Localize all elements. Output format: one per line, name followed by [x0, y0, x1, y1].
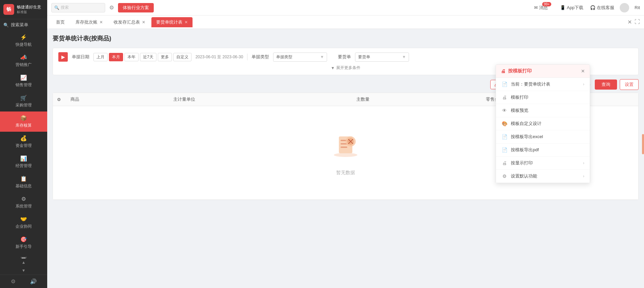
dropdown-export-excel-left: 📄 按模板导出excel	[501, 134, 543, 140]
display-print-arrow: ›	[583, 161, 584, 165]
topbar-search-icon: 🔍	[54, 5, 59, 10]
sidebar-item-marketing[interactable]: 📣 营销推广	[0, 51, 47, 71]
sidebar-scroll-up[interactable]: ▲	[0, 258, 47, 266]
sidebar-item-apps[interactable]: 🔲 应用中心	[0, 253, 47, 258]
quick-nav-icon: ⚡	[20, 34, 27, 40]
date-current-year[interactable]: 本年	[124, 53, 139, 61]
th-unit: 主计量单位	[169, 93, 352, 106]
app-download-label: App下载	[567, 5, 583, 11]
service-icon: 🎧	[590, 5, 595, 10]
sidebar-item-label: 资金管理	[16, 143, 32, 149]
dropdown-template-print[interactable]: 🖨 模板打印	[496, 91, 590, 104]
expand-window-icon[interactable]: ⛶	[635, 19, 640, 25]
sidebar-item-operations[interactable]: 📊 经营管理	[0, 152, 47, 172]
dropdown-export-pdf[interactable]: 📄 按模板导出pdf	[496, 143, 590, 157]
type-filter-select[interactable]: 单据类型 ▼	[273, 53, 327, 62]
date-buttons: 上月 本月 本年 近7天 更多 自定义	[93, 53, 192, 61]
sidebar-item-finance[interactable]: 💰 资金管理	[0, 132, 47, 152]
dropdown-header: 🖨 按模板打印 ✕	[496, 65, 590, 78]
window-controls: ✕ ⛶	[627, 19, 640, 25]
search-icon: 🔍	[3, 23, 9, 28]
main-content: 要货单统计表(按商品) ▶ 单据日期 上月 本月 本年 近7天 更多 自定义 2…	[47, 29, 644, 288]
app-download[interactable]: 📱 App下载	[560, 5, 583, 11]
set-default-icon: ⚙	[501, 173, 507, 179]
marketing-icon: 📣	[20, 54, 27, 61]
sidebar-item-sales[interactable]: 📈 销售管理	[0, 71, 47, 91]
dropdown-template-preview[interactable]: 👁 模板预览	[496, 104, 590, 117]
topbar: 🔍 搜索 ⚙ 体验行业方案 ✉ 消息 99+ 📱 App下载 🎧 在线客服 Ri…	[47, 0, 644, 15]
page-title: 要货单统计表(按商品)	[53, 34, 639, 42]
dropdown-set-default[interactable]: ⚙ 设置默认功能 ›	[496, 170, 590, 183]
message-icon: ✉	[534, 5, 538, 10]
close-window-icon[interactable]: ✕	[627, 19, 632, 25]
message-count: 99+	[542, 2, 551, 6]
topbar-search-text: 搜索	[61, 5, 69, 10]
template-print-icon: 🖨	[501, 95, 507, 100]
filter-row: ▶ 单据日期 上月 本月 本年 近7天 更多 自定义 2023-06-01 至 …	[58, 52, 633, 62]
filter-expand-icon[interactable]: ▶	[58, 52, 68, 62]
tab-inventory-batch-close[interactable]: ✕	[99, 20, 103, 25]
date-current-month[interactable]: 本月	[109, 53, 123, 61]
footer-sound-icon[interactable]: 🔊	[30, 278, 37, 285]
username[interactable]: Rit	[635, 5, 640, 10]
th-settings[interactable]: ⚙	[53, 93, 66, 106]
empty-illustration	[329, 130, 362, 166]
tab-home-label: 首页	[56, 19, 65, 25]
sidebar-item-label: 基础信息	[16, 183, 32, 189]
order-type-select[interactable]: 要货单 ▼	[355, 53, 409, 62]
query-btn[interactable]: 查询	[595, 79, 617, 90]
sidebar-item-purchase[interactable]: 🛒 采购管理	[0, 91, 47, 111]
dropdown-template-print-label: 模板打印	[511, 94, 528, 100]
sidebar-item-inventory[interactable]: 📦 库存核算	[0, 111, 47, 132]
sidebar-item-collab[interactable]: 🤝 企业协同	[0, 213, 47, 233]
topbar-settings-icon[interactable]: ⚙	[109, 4, 114, 11]
tab-inventory-batch[interactable]: 库存批次账 ✕	[71, 17, 108, 27]
sidebar-item-system[interactable]: ⚙ 系统管理	[0, 192, 47, 213]
topbar-search[interactable]: 🔍 搜索	[51, 3, 105, 12]
dropdown-close-icon[interactable]: ✕	[581, 68, 585, 74]
expand-label: 展开更多条件	[336, 65, 360, 71]
tab-receipt-summary-close[interactable]: ✕	[142, 20, 145, 25]
tab-receipt-summary[interactable]: 收发存汇总表 ✕	[109, 17, 150, 27]
online-service[interactable]: 🎧 在线客服	[590, 5, 614, 11]
date-custom[interactable]: 自定义	[173, 53, 192, 61]
tab-home[interactable]: 首页	[51, 17, 69, 27]
main-area: 🔍 搜索 ⚙ 体验行业方案 ✉ 消息 99+ 📱 App下载 🎧 在线客服 Ri…	[47, 0, 644, 288]
empty-text: 暂无数据	[336, 170, 355, 176]
sidebar-nav: ⚡ 快捷导航 📣 营销推广 📈 销售管理 🛒 采购管理 📦 库存核算 💰 资金管…	[0, 31, 47, 258]
dropdown-current-template[interactable]: 📄 当前：要货单统计表 ›	[496, 78, 590, 91]
sidebar-item-label: 经营管理	[16, 163, 32, 169]
dropdown-set-default-label: 设置默认功能	[511, 173, 537, 179]
template-design-icon: 🎨	[501, 121, 507, 126]
date-more[interactable]: 更多	[158, 53, 172, 61]
export-pdf-icon: 📄	[501, 147, 507, 153]
message-badge[interactable]: ✉ 消息 99+	[534, 5, 548, 11]
dropdown-export-excel[interactable]: 📄 按模板导出excel	[496, 130, 590, 143]
dropdown-set-default-left: ⚙ 设置默认功能	[501, 173, 537, 179]
empty-svg	[329, 130, 362, 160]
industry-btn[interactable]: 体验行业方案	[118, 3, 154, 12]
dropdown-current-label: 当前：要货单统计表	[511, 81, 550, 87]
settings-btn[interactable]: 设置	[620, 79, 639, 90]
dropdown-export-pdf-label: 按模板导出pdf	[511, 147, 539, 153]
filter-divider	[247, 54, 247, 60]
sidebar-item-quick-nav[interactable]: ⚡ 快捷导航	[0, 31, 47, 51]
right-scrollbar[interactable]	[642, 134, 644, 154]
print-dropdown: 🖨 按模板打印 ✕ 📄 当前：要货单统计表 › 🖨 模板打印	[496, 64, 590, 183]
dropdown-template-design[interactable]: 🎨 模板自定义设计	[496, 117, 590, 130]
sidebar-scroll-down[interactable]: ▼	[0, 266, 47, 275]
date-last7[interactable]: 近7天	[140, 53, 156, 61]
sidebar-item-basic[interactable]: 📋 基础信息	[0, 172, 47, 192]
column-settings-icon[interactable]: ⚙	[57, 97, 61, 102]
type-filter-label: 单据类型	[252, 54, 269, 60]
template-preview-icon: 👁	[501, 108, 507, 113]
tab-order-stats-close[interactable]: ✕	[184, 20, 188, 25]
order-type-arrow: ▼	[402, 55, 406, 59]
dropdown-display-print[interactable]: 🖨 按显示打印 ›	[496, 157, 590, 170]
date-prev-month[interactable]: 上月	[93, 53, 108, 61]
footer-settings-icon[interactable]: ⚙	[11, 278, 16, 285]
tab-order-stats[interactable]: 要货单统计表 ✕	[151, 17, 193, 27]
sidebar-item-guide[interactable]: 🎯 新手引导	[0, 233, 47, 253]
sidebar-search[interactable]: 🔍 搜索菜单	[0, 19, 47, 31]
sidebar: 畅 畅捷通好生意 标准版 🔍 搜索菜单 ⚡ 快捷导航 📣 营销推广 📈 销售管理…	[0, 0, 47, 288]
